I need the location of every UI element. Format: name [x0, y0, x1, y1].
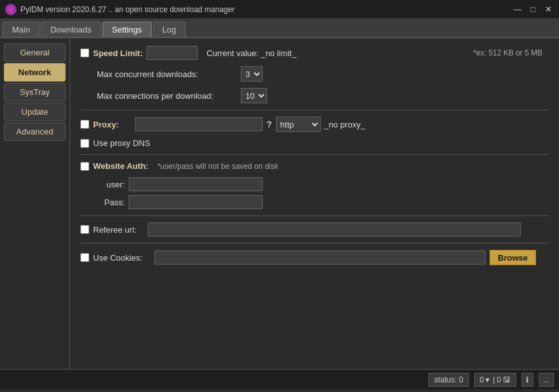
- speed-limit-label: Speed Limit:: [93, 48, 143, 58]
- use-cookies-row: Use Cookies: Browse: [80, 250, 549, 265]
- maximize-button[interactable]: □: [527, 4, 539, 15]
- speed-limit-hint: *ex: 512 KB or 5 MB: [473, 48, 549, 57]
- use-cookies-checkbox[interactable]: [80, 253, 89, 262]
- referee-url-label: Referee url:: [93, 225, 144, 235]
- website-auth-note: *user/pass will not be saved on disk: [157, 162, 279, 171]
- referee-url-input[interactable]: [148, 222, 521, 236]
- proxy-row: Proxy: ? http https socks4 socks5 _no pr…: [80, 117, 549, 132]
- max-connections-select[interactable]: 1 2 3 4 5 6 8 10 12: [241, 88, 267, 103]
- title-bar-controls: — □ ✕: [512, 4, 554, 15]
- content-panel: Speed Limit: Current value: _no limit_ *…: [70, 38, 559, 369]
- title-bar: PyIDM version 2020.6.27 .. an open sourc…: [0, 0, 559, 19]
- proxy-type-select[interactable]: http https socks4 socks5: [276, 117, 321, 132]
- minimize-button[interactable]: —: [512, 4, 523, 15]
- close-button[interactable]: ✕: [542, 4, 554, 15]
- speed-limit-input[interactable]: [147, 46, 198, 60]
- main-area: General Network SysTray Update Advanced …: [0, 38, 559, 369]
- speed-limit-row: Speed Limit: Current value: _no limit_ *…: [80, 46, 549, 60]
- max-concurrent-select[interactable]: 1 2 3 4 5 6 7 8: [241, 66, 263, 82]
- info-number: ℹ: [526, 375, 529, 384]
- tab-downloads[interactable]: Downloads: [41, 22, 101, 37]
- pass-input[interactable]: [129, 195, 263, 209]
- title-bar-left: PyIDM version 2020.6.27 .. an open sourc…: [5, 4, 235, 15]
- divider-1: [80, 110, 549, 110]
- counter-right: 0: [497, 375, 501, 384]
- referee-url-checkbox[interactable]: [80, 225, 89, 234]
- website-auth-row: Website Auth: *user/pass will not be sav…: [80, 161, 549, 171]
- counter-display: 0 ▼ | 0 🖫: [474, 373, 516, 387]
- title-text: PyIDM version 2020.6.27 .. an open sourc…: [20, 5, 235, 14]
- sidebar-item-network[interactable]: Network: [4, 63, 66, 82]
- status-bar: status: 0 0 ▼ | 0 🖫 ℹ ...: [0, 369, 559, 389]
- dots-button[interactable]: ...: [539, 373, 554, 387]
- max-connections-label: Max connections per download:: [97, 91, 237, 101]
- dots-label: ...: [543, 375, 549, 384]
- counter-left: 0: [480, 375, 484, 384]
- pass-row: Pass:: [93, 195, 549, 209]
- use-cookies-input[interactable]: [154, 250, 486, 265]
- app-icon: [5, 4, 17, 15]
- max-connections-row: Max connections per download: 1 2 3 4 5 …: [80, 88, 549, 103]
- proxy-question-mark: ?: [266, 119, 272, 129]
- download-icon: ▼: [484, 376, 491, 384]
- user-row: user:: [93, 177, 549, 191]
- sidebar-item-update[interactable]: Update: [4, 103, 66, 121]
- user-label: user:: [93, 180, 125, 189]
- website-auth-label: Website Auth:: [93, 161, 149, 171]
- use-proxy-dns-checkbox[interactable]: [80, 139, 89, 148]
- top-tabs: Main Downloads Settings Log: [0, 19, 559, 38]
- status-text: status: 0: [428, 373, 468, 387]
- sidebar-item-advanced[interactable]: Advanced: [4, 122, 66, 141]
- divider-2: [80, 154, 549, 155]
- sidebar: General Network SysTray Update Advanced: [0, 38, 70, 369]
- max-concurrent-label: Max concurrent downloads:: [97, 69, 237, 79]
- proxy-label: Proxy:: [93, 120, 131, 129]
- tab-main[interactable]: Main: [3, 22, 40, 37]
- browse-button[interactable]: Browse: [490, 250, 536, 265]
- pass-label: Pass:: [93, 198, 125, 207]
- current-value-label: Current value: _no limit_: [207, 48, 296, 58]
- sidebar-item-general[interactable]: General: [4, 43, 66, 62]
- use-proxy-dns-label: Use proxy DNS: [93, 138, 150, 148]
- website-auth-checkbox[interactable]: [80, 162, 89, 171]
- max-concurrent-row: Max concurrent downloads: 1 2 3 4 5 6 7 …: [80, 66, 549, 82]
- info-button[interactable]: ℹ: [521, 373, 534, 387]
- user-input[interactable]: [129, 177, 263, 191]
- sidebar-item-systray[interactable]: SysTray: [4, 83, 66, 101]
- divider-4: [80, 243, 549, 243]
- tab-settings[interactable]: Settings: [103, 22, 152, 37]
- no-proxy-text: _no proxy_: [324, 120, 365, 129]
- divider-3: [80, 215, 549, 216]
- use-proxy-dns-row: Use proxy DNS: [80, 138, 549, 148]
- use-cookies-label: Use Cookies:: [93, 253, 150, 263]
- proxy-checkbox[interactable]: [80, 120, 89, 129]
- referee-url-row: Referee url:: [80, 222, 549, 236]
- info-icon: 🖫: [503, 375, 511, 384]
- tab-log[interactable]: Log: [153, 22, 186, 37]
- speed-limit-checkbox[interactable]: [80, 48, 89, 57]
- counter-separator: |: [493, 375, 495, 384]
- proxy-input[interactable]: [135, 117, 263, 131]
